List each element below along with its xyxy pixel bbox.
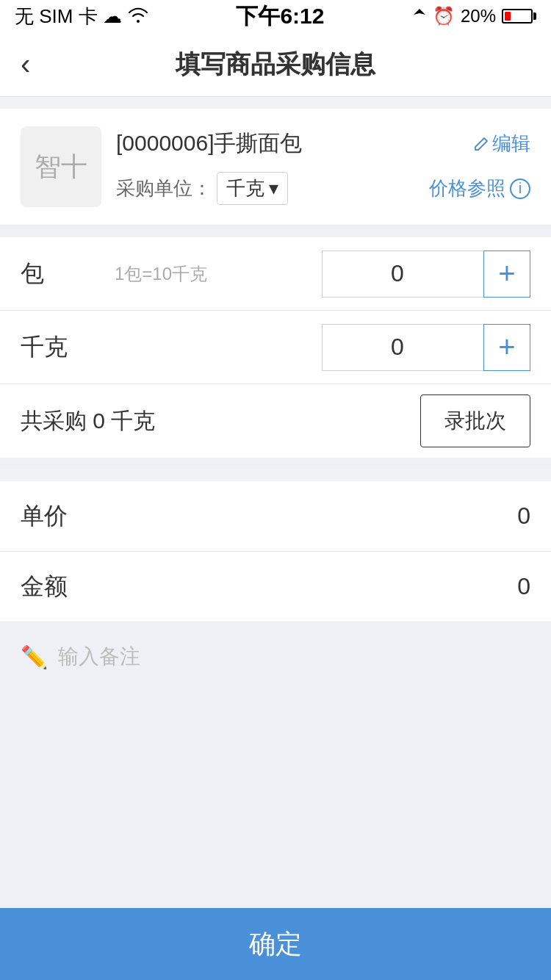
product-name: [0000006]手撕面包 [116,129,302,159]
total-row: 共采购 0 千克 录批次 [0,384,551,458]
price-section: 单价 0 金额 0 [0,481,551,622]
pencil-icon: ✏️ [21,644,48,670]
product-image: 智十 [21,126,101,207]
section-divider-2 [0,458,551,469]
package-input[interactable] [322,251,483,298]
location-icon [412,6,427,26]
amount-row: 金额 0 [0,552,551,622]
package-label: 包 [21,258,109,290]
amount-label: 金额 [21,571,68,603]
product-card: 智十 [0000006]手撕面包 编辑 采购单位： 千克 ▾ [0,109,551,226]
unit-price-value: 0 [517,502,530,530]
remark-section[interactable]: ✏️ 输入备注 [0,622,551,691]
package-controls: + [322,251,530,298]
product-info: [0000006]手撕面包 编辑 采购单位： 千克 ▾ 价格参照 i [116,129,530,205]
alarm-icon: ⏰ [433,6,455,26]
edit-button[interactable]: 编辑 [473,131,530,156]
price-ref-button[interactable]: 价格参照 i [429,176,530,201]
record-batch-button[interactable]: 录批次 [420,394,530,447]
unit-label: 采购单位： 千克 ▾ [116,172,288,205]
wifi-icon [128,5,148,28]
no-sim-label: 无 SIM 卡 ☁ [15,4,122,29]
product-name-row: [0000006]手撕面包 编辑 [116,129,530,159]
confirm-button[interactable]: 确定 [0,908,551,980]
battery-percent: 20% [461,6,496,26]
nav-bar: ‹ 填写商品采购信息 [0,32,551,97]
status-bar: 无 SIM 卡 ☁ 下午6:12 ⏰ 20% [0,0,551,32]
unit-price-row: 单价 0 [0,481,551,552]
kg-controls: + [322,324,530,371]
status-time: 下午6:12 [236,1,324,32]
kg-input[interactable] [322,324,483,371]
kg-label: 千克 [21,331,109,364]
page-title: 填写商品采购信息 [176,48,375,82]
status-left: 无 SIM 卡 ☁ [15,4,148,29]
battery-icon [502,9,536,24]
kg-plus-button[interactable]: + [483,324,530,371]
chevron-down-icon: ▾ [269,177,278,200]
unit-select-button[interactable]: 千克 ▾ [217,172,288,205]
remark-placeholder: 输入备注 [58,643,140,671]
status-right: ⏰ 20% [412,6,536,26]
section-divider-1 [0,226,551,237]
total-label: 共采购 0 千克 [21,406,155,436]
product-unit-row: 采购单位： 千克 ▾ 价格参照 i [116,172,530,205]
amount-value: 0 [517,573,530,600]
kg-input-row: 千克 + [0,311,551,384]
empty-area [0,691,551,934]
package-sublabel: 1包=10千克 [115,262,207,286]
product-logo: 智十 [35,149,87,185]
info-icon: i [510,179,530,199]
unit-price-label: 单价 [21,500,68,533]
package-input-row: 包 1包=10千克 + [0,237,551,311]
package-plus-button[interactable]: + [483,251,530,298]
back-button[interactable]: ‹ [21,48,30,81]
input-section: 包 1包=10千克 + 千克 + 共采购 0 千克 录批次 [0,237,551,458]
